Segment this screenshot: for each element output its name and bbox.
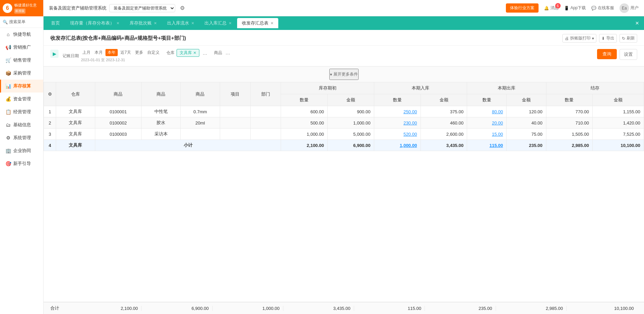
th-open-qty: 数量 [281,94,328,106]
th-settings[interactable]: ⚙ [44,82,56,106]
settings-gear-button[interactable]: ⚙ [178,4,187,12]
table-row: 3 文具库 0100003 采访本 1,000.00 5,000.00 520.… [44,129,644,140]
cell-out-qty[interactable]: 20.00 [467,117,507,129]
tab-close-icon[interactable]: ✕ [154,21,157,26]
tab-close-icon[interactable]: ✕ [229,21,232,26]
sidebar-nav: ⌂ 快捷导航 📢 营销推广 🛒 销售管理 📦 采购管理 📊 库存核算 💰 资金管… [0,28,43,314]
tab-close-icon[interactable]: ✕ [116,21,119,26]
sidebar-item-inventory[interactable]: 📊 库存核算 [0,80,43,93]
date-filter-group: 记账日期 上月 本月 本年 近7天 更多 自定义 2023-01-01 至 20… [63,49,161,63]
user-label: 用户 [630,5,639,11]
sidebar: 6 畅捷通好生意 标准版 🔍 搜索菜单 ⌂ 快捷导航 📢 营销推广 🛒 销售管理… [0,0,44,314]
date-btn-7days[interactable]: 近7天 [119,49,132,56]
refresh-btn[interactable]: ↻ 刷新 [620,34,637,43]
sidebar-item-label: 营销推广 [13,44,31,50]
cell-warehouse: 文具库 [56,129,95,140]
cell-dept [250,117,281,129]
tab-home[interactable]: 首页 [46,18,65,28]
expand-btn[interactable]: ▾ 展开更多条件 [329,69,359,80]
warehouse-tag-close-icon[interactable]: ✕ [193,51,196,55]
experience-btn[interactable]: 体验行业方案 [506,3,539,13]
cell-out-qty[interactable]: 15.00 [467,129,507,140]
tab-stock-summary[interactable]: 收发存汇总表 ✕ [237,18,278,28]
purchase-icon: 📦 [5,70,11,76]
cell-project [220,106,250,117]
tab-stock-dist[interactable]: 现存量（库存分布表） ✕ [65,18,124,28]
tab-close-icon[interactable]: ✕ [270,21,274,26]
footer-out-qty: 115.00 [354,306,425,311]
filter-area: ▶ 记账日期 上月 本月 本年 近7天 更多 自定义 2023-01-01 至 … [44,46,644,66]
sidebar-item-operations[interactable]: 📋 经营管理 [0,105,43,118]
sidebar-item-guide[interactable]: 🎯 新手引导 [0,157,43,170]
subtotal-in-qty[interactable]: 1,000.00 [374,140,420,151]
system-icon: ⚙ [5,135,11,141]
sidebar-item-label: 销售管理 [13,57,31,63]
subtotal-bal-qty: 2,985.00 [546,140,593,151]
date-btn-this-month[interactable]: 本月 [93,49,104,56]
tab-close-icon[interactable]: ✕ [191,21,194,26]
goods-filter-dots[interactable]: ... [224,49,231,56]
chevron-down-icon: ▾ [330,72,332,77]
cell-name: 中性笔 [142,106,181,117]
th-balance: 结存 [546,82,644,94]
setting-btn[interactable]: 设置 [620,49,637,60]
date-btn-last-month[interactable]: 上月 [81,49,92,56]
tab-summary-io[interactable]: 出入库汇总 ✕ [200,18,236,28]
footer-row: 合计 2,100.00 6,900.00 1,000.00 3,435.00 1… [50,305,637,311]
app-download-btn[interactable]: 📱 App下载 [564,5,586,11]
sidebar-item-finance[interactable]: 💰 资金管理 [0,93,43,105]
tab-flow[interactable]: 出入库流水 ✕ [162,18,199,28]
system-select[interactable]: 装备及固定资产辅助管理系统 [109,4,175,12]
cell-in-qty[interactable]: 520.00 [374,129,420,140]
th-in-amt: 金额 [420,94,467,106]
search-label: 搜索菜单 [9,19,26,25]
date-btn-this-year[interactable]: 本年 [105,49,118,56]
refresh-icon: ↻ [622,36,625,41]
th-project: 项目 [220,82,250,106]
sidebar-item-label: 快捷导航 [13,31,31,37]
footer-values: 2,100.00 6,900.00 1,000.00 3,435.00 115.… [71,306,637,311]
expand-more-conditions: ▾ 展开更多条件 [44,66,644,82]
footer-open-qty: 2,100.00 [71,306,142,311]
export-btn[interactable]: ⬇ 导出 [599,34,617,43]
cell-name: 采访本 [142,129,181,140]
sidebar-item-label: 基础信息 [13,122,31,128]
subtotal-out-qty[interactable]: 115.00 [467,140,507,151]
cell-in-qty[interactable]: 250.00 [374,106,420,117]
sidebar-item-purchase[interactable]: 📦 采购管理 [0,67,43,80]
cell-spec [180,129,220,140]
footer-open-amt: 6,900.00 [142,306,212,311]
sidebar-item-base[interactable]: 🗂 基础信息 [0,118,43,131]
search-menu[interactable]: 🔍 搜索菜单 [0,16,43,28]
chevron-down-icon: ▾ [592,36,594,41]
th-bal-qty: 数量 [546,94,593,106]
sidebar-item-sales[interactable]: 🛒 销售管理 [0,54,43,67]
sidebar-item-marketing[interactable]: 📢 营销推广 [0,41,43,54]
topbar: 装备及固定资产辅助管理系统 装备及固定资产辅助管理系统 ⚙ 体验行业方案 🔔 6… [44,0,644,16]
cell-open-amt: 5,000.00 [328,129,374,140]
print-btn[interactable]: 🖨 拆账版打印 ▾ [562,34,596,43]
online-service-btn[interactable]: 💬 在线客服 [591,5,614,11]
date-btn-custom[interactable]: 自定义 [146,49,161,56]
cell-in-qty[interactable]: 230.00 [374,117,420,129]
tab-batch[interactable]: 库存批次账 ✕ [125,18,162,28]
filter-toggle-btn[interactable]: ▶ [50,50,59,58]
warehouse-tag[interactable]: 文具库 ✕ [177,49,199,57]
th-name: 商品 [142,82,181,106]
th-warehouse: 仓库 [56,82,95,106]
close-all-tabs-btn[interactable]: ✕ [633,19,641,27]
date-btn-more[interactable]: 更多 [134,49,145,56]
sidebar-item-quick-nav[interactable]: ⌂ 快捷导航 [0,28,43,41]
query-btn[interactable]: 查询 [597,49,617,59]
warehouse-filter-dots[interactable]: ... [201,49,209,57]
avatar: Ea [620,3,629,13]
th-code: 商品 [95,82,142,106]
sidebar-item-system[interactable]: ⚙ 系统管理 [0,131,43,144]
messages-btn[interactable]: 🔔 6 消息 [544,5,559,11]
goods-filter-label: 商品 [214,50,222,56]
user-btn[interactable]: Ea 用户 [620,3,639,13]
cell-out-qty[interactable]: 80.00 [467,106,507,117]
refresh-label: 刷新 [627,35,635,41]
sidebar-item-enterprise[interactable]: 🏢 企业协同 [0,144,43,157]
print-label: 拆账版打印 [570,35,591,41]
